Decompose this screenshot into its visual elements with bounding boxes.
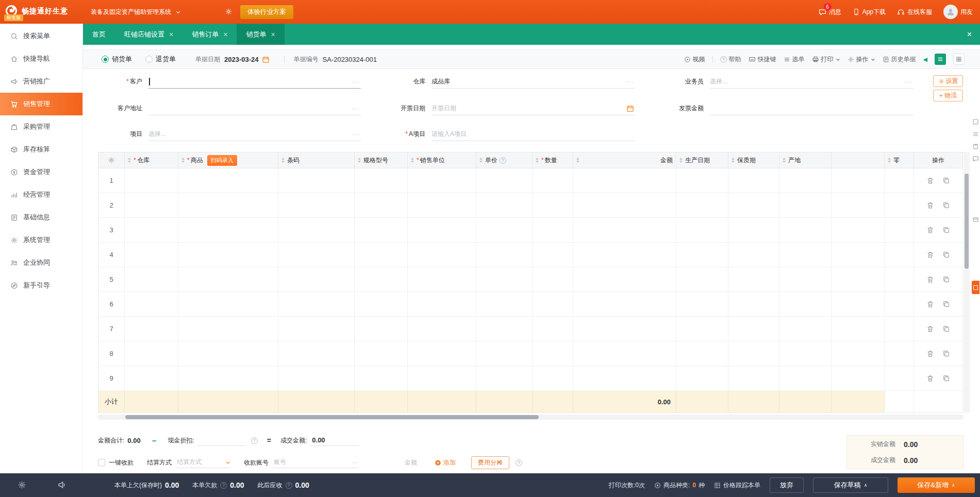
scrollbar-thumb[interactable] [965,174,969,269]
grid-cell[interactable] [728,243,779,267]
tab-close-icon[interactable]: × [169,30,173,39]
grid-cell[interactable] [573,341,676,366]
grid-cell[interactable] [125,292,178,317]
grid-cell[interactable] [728,267,779,292]
sidebar-item-operation[interactable]: 经营管理 [0,183,82,206]
col-product[interactable]: *商品扫码录入 [178,152,278,168]
user-menu[interactable]: 用友 [943,5,973,19]
grid-cell[interactable] [779,243,832,267]
sort-icon[interactable] [576,158,579,163]
grid-cell[interactable] [125,366,178,391]
col-production-date[interactable]: 生产日期 [676,152,728,168]
grid-cell[interactable] [885,317,914,341]
grid-cell[interactable] [779,341,832,366]
grid-cell[interactable] [355,341,408,366]
col-shelf-life[interactable]: 保质期 [728,152,779,168]
hotkeys-button[interactable]: 快捷键 [749,55,776,64]
radio-return-invoice[interactable] [145,56,153,63]
grid-cell[interactable] [355,292,408,317]
grid-cell[interactable] [476,168,533,193]
pick-list-button[interactable]: 选单 [784,55,805,64]
tab-close-icon[interactable]: × [271,30,275,39]
grid-cell[interactable] [278,341,355,366]
cash-discount-input[interactable] [197,435,247,446]
copy-icon[interactable] [942,177,950,184]
grid-cell[interactable] [476,243,533,267]
trash-icon[interactable] [926,177,934,184]
grid-cell[interactable] [408,243,476,267]
grid-cell[interactable] [278,267,355,292]
grid-cell[interactable] [676,341,728,366]
grid-cell[interactable] [885,341,914,366]
grid-cell[interactable] [125,193,178,218]
grid-cell[interactable] [533,366,573,391]
grid-cell[interactable] [533,193,573,218]
grid-cell[interactable] [408,168,476,193]
grid-cell[interactable] [832,193,885,218]
grid-cell[interactable] [832,243,885,267]
grid-cell[interactable] [573,218,676,243]
grid-cell[interactable] [676,193,728,218]
system-select[interactable]: 装备及固定资产辅助管理系统 [91,0,181,24]
grid-cell[interactable] [125,218,178,243]
grid-cell[interactable] [178,193,278,218]
history-docs-button[interactable]: 历史单据 [883,55,916,64]
view-grid-toggle[interactable] [953,54,965,65]
grid-cell[interactable] [178,243,278,267]
project-input[interactable]: 选择...··· [148,127,361,141]
sort-icon[interactable] [536,158,539,163]
deal-amount-input[interactable]: 0.00 [310,435,359,446]
a-project-input[interactable]: 请输入A项目 [431,127,635,141]
grid-cell[interactable] [125,341,178,366]
grid-cell[interactable] [728,317,779,341]
radio-sales-invoice[interactable] [102,56,109,63]
grid-cell[interactable] [676,317,728,341]
customer-input[interactable]: ··· [148,75,361,89]
grid-cell[interactable] [728,366,779,391]
grid-cell[interactable] [278,243,355,267]
tab-shop-settings[interactable]: 旺铺店铺设置 × [115,24,182,45]
grid-cell[interactable] [125,168,178,193]
grid-cell[interactable] [533,243,573,267]
grid-cell[interactable] [779,168,832,193]
grid-cell[interactable] [885,243,914,267]
sidebar-item-basic-info[interactable]: 基础信息 [0,206,82,229]
grid-cell[interactable] [885,267,914,292]
operations-button[interactable]: 操作 [848,55,875,64]
speaker-icon[interactable] [58,481,67,489]
grid-cell[interactable] [779,366,832,391]
ellipsis-picker-icon[interactable]: ··· [352,130,360,138]
sort-icon[interactable] [128,158,131,163]
grid-cell[interactable] [832,341,885,366]
sort-icon[interactable] [358,158,361,163]
grid-cell[interactable] [408,193,476,218]
discard-button[interactable]: 放弃 [770,477,804,493]
grid-cell[interactable] [779,317,832,341]
ellipsis-picker-icon[interactable]: ··· [352,78,360,85]
grid-cell[interactable] [278,193,355,218]
trash-icon[interactable] [926,201,934,209]
grid-cell[interactable] [178,218,278,243]
col-retail[interactable]: 零 [885,152,914,168]
panel-doc-icon[interactable] [972,118,979,125]
grid-cell[interactable] [728,218,779,243]
grid-cell[interactable] [476,218,533,243]
grid-cell[interactable] [278,218,355,243]
trash-icon[interactable] [926,374,934,382]
copy-icon[interactable] [942,276,950,283]
grid-cell[interactable] [533,168,573,193]
app-download-button[interactable]: App下载 [853,8,886,16]
grid-cell[interactable] [533,292,573,317]
sort-icon[interactable] [411,158,414,163]
sidebar-item-quick-nav[interactable]: 快捷导航 [0,47,82,70]
receipt-account-input[interactable]: 账号 ··· [272,457,358,468]
print-button[interactable]: 打印 [812,55,840,64]
grid-cell[interactable] [885,218,914,243]
calendar-icon[interactable] [262,56,270,63]
ellipsis-picker-icon[interactable]: ··· [352,105,360,112]
grid-cell[interactable] [832,317,885,341]
grid-cell[interactable] [278,366,355,391]
grid-cell[interactable] [533,317,573,341]
grid-cell[interactable] [355,267,408,292]
grid-cell[interactable] [885,366,914,391]
